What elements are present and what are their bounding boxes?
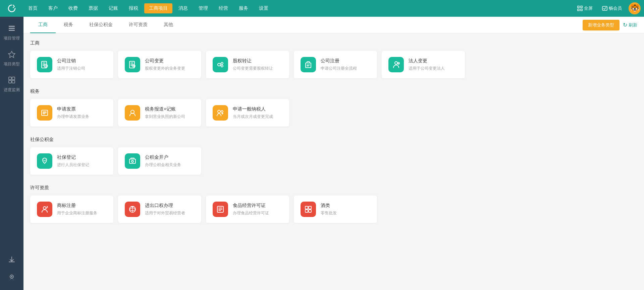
cards-grid-gongshang: 公司注销 适用于注销公司 公司变更 股权变更外的业务变更 [30,51,637,78]
nav-item-message[interactable]: 消息 [174,3,193,13]
tab-xuke[interactable]: 许可资质 [121,17,156,33]
nav-item-fee[interactable]: 收费 [64,3,83,13]
nav-item-client[interactable]: 客户 [44,3,62,13]
card-desc-social-insurance: 进行人员社保登记 [57,162,89,168]
nav-item-invoice[interactable]: 票据 [84,3,103,13]
svg-rect-37 [309,210,311,212]
card-company-cancel[interactable]: 公司注销 适用于注销公司 [30,51,113,78]
section-title-xuke: 许可资质 [30,185,637,191]
svg-marker-8 [8,51,15,58]
card-title-legal-person: 法人变更 [409,58,445,64]
card-desc-provident-fund: 办理公积金相关业务 [145,162,181,168]
nav-item-tax[interactable]: 报税 [124,3,143,13]
scroll-content[interactable]: 工商 公司注销 适用于注销公司 [23,33,644,290]
card-title-company-change: 公司变更 [145,58,185,64]
card-social-insurance[interactable]: 社保登记 进行人员社保登记 [30,147,113,175]
nav-item-service[interactable]: 服务 [234,3,253,13]
nav-item-accounting[interactable]: 记账 [104,3,123,13]
svg-point-18 [132,65,135,67]
card-icon-food-license [213,202,228,217]
refresh-button[interactable]: ↻ 刷新 [623,22,637,28]
nav-item-settings[interactable]: 设置 [254,3,273,13]
section-title-shuiwu: 税务 [30,88,637,94]
card-title-company-register: 公司注册 [321,58,357,64]
project-type-icon [8,51,15,60]
svg-rect-35 [309,206,311,209]
card-company-register[interactable]: 公司注册 申请公司注册全流程 [294,51,377,78]
card-desc-equity-transfer: 公司变更需要股权转让 [233,66,273,71]
svg-rect-6 [9,28,15,29]
card-title-trademark: 商标注册 [57,203,97,209]
progress-icon [8,76,15,85]
card-text-company-cancel: 公司注销 适用于注销公司 [57,58,85,71]
card-title-import-export: 进出口权办理 [145,203,185,209]
svg-rect-11 [9,80,11,83]
card-icon-alcohol [301,202,316,217]
card-desc-tax-report: 拿到营业执照的新公司 [145,114,185,120]
card-company-change[interactable]: 公司变更 股权变更外的业务变更 [118,51,201,78]
app-logo [3,4,20,13]
nav-item-business[interactable]: 工商项目 [144,3,172,13]
card-icon-company-cancel [37,57,52,72]
fullscreen-label: 全屏 [584,5,593,11]
svg-rect-34 [305,206,308,209]
card-text-import-export: 进出口权办理 适用于对外贸易经营者 [145,203,185,216]
card-tax-report[interactable]: 税务报道+记账 拿到营业执照的新公司 [118,99,201,127]
card-provident-fund[interactable]: 公积金开户 办理公积金相关业务 [118,147,201,175]
card-equity-transfer[interactable]: 股权转让 公司变更需要股权转让 [206,51,289,78]
card-import-export[interactable]: 进出口权办理 适用于对外贸易经营者 [118,196,201,223]
card-alcohol[interactable]: 酒类 零售批发 [294,196,377,223]
nav-item-home[interactable]: 首页 [23,3,42,13]
nav-menu: 首页 客户 收费 票据 记账 报税 工商项目 消息 管理 经营 服务 设置 [23,3,575,13]
card-text-trademark: 商标注册 用于企业商标注册服务 [57,203,97,216]
card-desc-food-license: 办理食品经营许可证 [233,210,269,216]
add-type-button[interactable]: 新增业务类型 [583,20,620,30]
tab-other[interactable]: 其他 [156,17,181,33]
section-shebao: 社保公积金 社保登记 进行人员社保登记 [30,137,637,175]
card-trademark[interactable]: 商标注册 用于企业商标注册服务 [30,196,113,223]
card-legal-person-change[interactable]: 法人变更 适用于公司变更法人 [382,51,465,78]
card-title-general-taxpayer: 申请一般纳税人 [233,106,273,112]
svg-point-14 [11,276,12,277]
nav-item-operation[interactable]: 经营 [214,3,233,13]
sidebar-item-label-pt: 项目类型 [4,61,20,67]
svg-rect-3 [581,9,582,11]
card-food-license[interactable]: 食品经营许可证 办理食品经营许可证 [206,196,289,223]
nav-item-manage[interactable]: 管理 [194,3,213,13]
tab-gongshang[interactable]: 工商 [30,17,56,33]
top-navigation: 首页 客户 收费 票据 记账 报税 工商项目 消息 管理 经营 服务 设置 全屏… [0,0,644,17]
card-icon-provident-fund [125,153,140,169]
card-desc-alcohol: 零售批发 [321,210,337,216]
avatar[interactable]: 🐯 [629,2,641,14]
tab-shebao[interactable]: 社保公积金 [81,17,121,33]
card-text-company-register: 公司注册 申请公司注册全流程 [321,58,357,71]
sidebar-item-project-management[interactable]: 项目管理 [0,20,23,46]
card-icon-tax-report [125,105,140,121]
svg-point-28 [221,111,223,113]
sidebar-item-project-type[interactable]: 项目类型 [0,46,23,72]
svg-rect-9 [9,77,11,80]
fullscreen-button[interactable]: 全屏 [575,4,595,13]
svg-rect-0 [578,6,579,8]
card-text-tax-report: 税务报道+记账 拿到营业执照的新公司 [145,106,185,120]
sidebar-item-download[interactable] [0,251,23,269]
card-icon-company-register [301,57,316,72]
member-button[interactable]: 畅会员 [599,4,625,13]
svg-rect-22 [306,63,311,68]
cards-grid-shebao: 社保登记 进行人员社保登记 公积金开户 办理公积金相关业务 [30,147,637,175]
card-text-equity-transfer: 股权转让 公司变更需要股权转让 [233,58,273,71]
svg-rect-36 [305,210,308,212]
card-general-taxpayer[interactable]: 申请一般纳税人 当月或次月成变更完成 [206,99,289,127]
refresh-icon: ↻ [623,22,627,28]
card-text-apply-invoice: 申请发票 办理申请发票业务 [57,106,89,120]
tab-shuiwu[interactable]: 税务 [56,17,81,33]
sidebar-item-progress[interactable]: 进度监测 [0,72,23,97]
svg-rect-7 [9,30,15,31]
card-desc-trademark: 用于企业商标注册服务 [57,210,97,216]
download-icon [8,256,15,264]
nav-right-actions: 全屏 畅会员 🐯 [575,2,641,14]
svg-point-23 [395,62,397,64]
card-apply-invoice[interactable]: 申请发票 办理申请发票业务 [30,99,113,127]
sidebar-item-location[interactable] [0,269,23,287]
card-desc-import-export: 适用于对外贸易经营者 [145,210,185,216]
